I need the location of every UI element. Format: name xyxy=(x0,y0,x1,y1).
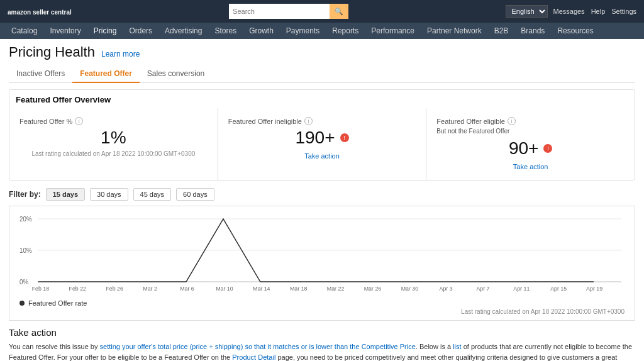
overview-section: Featured Offer Overview Featured Offer %… xyxy=(9,89,635,181)
nav-performance[interactable]: Performance xyxy=(365,23,421,39)
desc-part-1: You can resolve this issue by xyxy=(9,343,100,350)
svg-text:20%: 20% xyxy=(19,216,32,223)
header-center: 🔍 xyxy=(72,4,506,19)
logo: amazon seller central xyxy=(8,7,72,16)
card-1-note: Last rating calculated on Apr 18 2022 10… xyxy=(19,150,208,157)
take-action-section: Take action You can resolve this issue b… xyxy=(9,327,635,361)
take-action-title: Take action xyxy=(9,327,635,338)
svg-text:Mar 30: Mar 30 xyxy=(401,286,419,292)
page-title-row: Pricing Health Learn more xyxy=(9,44,635,60)
svg-text:Apr 3: Apr 3 xyxy=(440,286,453,292)
svg-text:Mar 26: Mar 26 xyxy=(364,286,382,292)
filter-label: Filter by: xyxy=(9,190,41,199)
overview-section-title: Featured Offer Overview xyxy=(9,90,635,108)
svg-text:0%: 0% xyxy=(19,279,28,286)
page-content: Pricing Health Learn more Inactive Offer… xyxy=(0,39,644,361)
list-link[interactable]: list xyxy=(453,343,461,350)
card-3-action: Take action xyxy=(436,162,625,171)
svg-text:Mar 18: Mar 18 xyxy=(290,286,308,292)
nav-brands[interactable]: Brands xyxy=(514,23,551,39)
nav-payments[interactable]: Payments xyxy=(280,23,326,39)
nav-growth[interactable]: Growth xyxy=(243,23,280,39)
card-3-value: 90+ xyxy=(509,138,539,158)
filter-15-days[interactable]: 15 days xyxy=(46,188,85,201)
filter-30-days[interactable]: 30 days xyxy=(90,188,128,201)
chart-svg: 20% 10% 0% Feb 18 Feb 22 Feb 26 Mar 2 Ma… xyxy=(19,214,625,296)
nav-advertising[interactable]: Advertising xyxy=(158,23,208,39)
navigation: Catalog Inventory Pricing Orders Adverti… xyxy=(0,23,644,39)
learn-more-link[interactable]: Learn more xyxy=(101,50,140,58)
chart-container: 20% 10% 0% Feb 18 Feb 22 Feb 26 Mar 2 Ma… xyxy=(9,206,635,321)
chart-area: 20% 10% 0% Feb 18 Feb 22 Feb 26 Mar 2 Ma… xyxy=(19,214,625,296)
filter-60-days[interactable]: 60 days xyxy=(176,188,214,201)
header-links: Messages Help Settings xyxy=(553,8,636,15)
tab-featured-offer[interactable]: Featured Offer xyxy=(72,65,140,83)
card-3-sublabel: But not the Featured Offer xyxy=(436,128,625,135)
nav-partner-network[interactable]: Partner Network xyxy=(421,23,488,39)
settings-link[interactable]: Settings xyxy=(611,8,636,15)
chart-legend-label: Featured Offer rate xyxy=(28,299,87,307)
svg-text:Apr 11: Apr 11 xyxy=(513,286,530,292)
messages-link[interactable]: Messages xyxy=(553,8,584,15)
competitive-price-link[interactable]: setting your offer's total price (price … xyxy=(100,343,416,350)
nav-pricing[interactable]: Pricing xyxy=(87,23,123,39)
svg-text:Apr 7: Apr 7 xyxy=(476,286,489,292)
svg-text:Mar 6: Mar 6 xyxy=(180,286,194,292)
card-2-label: Featured Offer ineligible i xyxy=(228,117,416,125)
overview-cards: Featured Offer % i 1% Last rating calcul… xyxy=(9,108,635,180)
svg-text:Mar 2: Mar 2 xyxy=(143,286,157,292)
featured-offer-ineligible-card: Featured Offer ineligible i 190+ ! Take … xyxy=(218,108,427,180)
svg-text:10%: 10% xyxy=(19,247,32,254)
header-right: English Messages Help Settings xyxy=(506,5,636,18)
info-icon-2[interactable]: i xyxy=(304,117,313,125)
svg-text:Apr 19: Apr 19 xyxy=(586,286,602,292)
nav-b2b[interactable]: B2B xyxy=(488,23,515,39)
card-3-label: Featured Offer eligible i xyxy=(436,117,625,125)
card-2-value-row: 190+ ! xyxy=(228,128,416,148)
featured-offer-percent-card: Featured Offer % i 1% Last rating calcul… xyxy=(9,108,218,180)
svg-text:Feb 26: Feb 26 xyxy=(106,286,123,292)
tab-inactive-offers[interactable]: Inactive Offers xyxy=(9,65,72,83)
main-tabs: Inactive Offers Featured Offer Sales con… xyxy=(9,65,635,83)
svg-text:Feb 18: Feb 18 xyxy=(32,286,50,292)
search-button[interactable]: 🔍 xyxy=(330,4,348,19)
chart-legend: Featured Offer rate xyxy=(19,299,625,307)
take-action-link-2[interactable]: Take action xyxy=(304,152,340,160)
help-link[interactable]: Help xyxy=(591,8,606,15)
svg-text:Feb 22: Feb 22 xyxy=(69,286,87,292)
logo-sub: seller central xyxy=(33,9,72,16)
info-icon-1[interactable]: i xyxy=(75,117,83,125)
card-1-value: 1% xyxy=(19,128,208,148)
legend-dot xyxy=(19,301,25,306)
featured-offer-eligible-card: Featured Offer eligible i But not the Fe… xyxy=(426,108,635,180)
card-2-action: Take action xyxy=(228,152,416,160)
take-action-link-3[interactable]: Take action xyxy=(513,163,548,170)
product-detail-link[interactable]: Product Detail xyxy=(232,353,275,361)
alert-badge-3: ! xyxy=(543,144,552,153)
svg-text:Mar 10: Mar 10 xyxy=(216,286,233,292)
nav-resources[interactable]: Resources xyxy=(551,23,599,39)
info-icon-3[interactable]: i xyxy=(508,117,516,125)
chart-note: Last rating calculated on Apr 18 2022 10… xyxy=(19,308,625,315)
header-search-wrap: 🔍 xyxy=(229,4,348,19)
svg-text:Mar 22: Mar 22 xyxy=(327,286,345,292)
filter-45-days[interactable]: 45 days xyxy=(133,188,172,201)
nav-inventory[interactable]: Inventory xyxy=(43,23,87,39)
page-title: Pricing Health xyxy=(9,44,95,60)
svg-text:Apr 15: Apr 15 xyxy=(550,286,567,292)
card-2-value: 190+ xyxy=(295,128,335,148)
take-action-description: You can resolve this issue by setting yo… xyxy=(9,342,635,361)
desc-part-3: . Below is a xyxy=(416,343,453,350)
language-select[interactable]: English xyxy=(506,5,548,18)
svg-text:Mar 14: Mar 14 xyxy=(253,286,270,292)
nav-stores[interactable]: Stores xyxy=(208,23,243,39)
filter-row: Filter by: 15 days 30 days 45 days 60 da… xyxy=(9,188,635,201)
card-1-label: Featured Offer % i xyxy=(19,117,208,125)
nav-orders[interactable]: Orders xyxy=(123,23,158,39)
tab-sales-conversion[interactable]: Sales conversion xyxy=(140,65,212,83)
nav-reports[interactable]: Reports xyxy=(326,23,365,39)
header: amazon seller central 🔍 English Messages… xyxy=(0,0,644,23)
search-input[interactable] xyxy=(229,4,330,19)
alert-badge-2: ! xyxy=(340,133,349,142)
nav-catalog[interactable]: Catalog xyxy=(5,23,43,39)
